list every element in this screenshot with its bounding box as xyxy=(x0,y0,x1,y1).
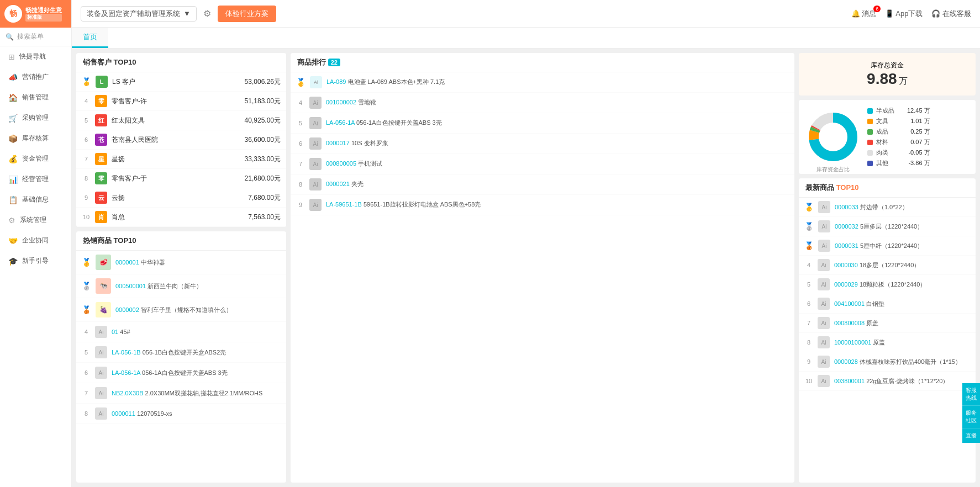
sidebar-item-finance[interactable]: 💰 资金管理 xyxy=(0,149,71,169)
left-column: 销售客户 TOP10 🥇 L LS 客户 53,006.26元 4 零 零售客户… xyxy=(76,53,286,483)
nav-tabs: 首页 xyxy=(72,28,980,49)
avatar: 苍 xyxy=(95,134,107,146)
app-download-link[interactable]: 📱 App下载 xyxy=(885,9,923,19)
bronze-medal-icon: 🥉 xyxy=(82,305,91,314)
list-item: 9 Ai LA-59651-1B 59651-1B旋转投影灯电池盒 ABS黑色+… xyxy=(291,195,794,215)
new-products-header: 最新商品 TOP10 xyxy=(799,178,976,198)
new-products-card: 最新商品 TOP10 🥇 Ai 0000033 封边带（1.0*22） 🥈 Ai xyxy=(799,178,976,483)
phone-icon: 📱 xyxy=(885,9,894,18)
list-item: 4 Ai 01 45# xyxy=(76,322,286,342)
experience-btn[interactable]: 体验行业方案 xyxy=(218,6,276,22)
legend-dot-finished xyxy=(867,129,873,135)
legend-item: 文具 1.01 万 xyxy=(867,117,930,125)
product-ranking-header: 商品排行 22 xyxy=(291,53,794,72)
avatar: Ai xyxy=(309,158,322,170)
customer-item: 4 零 零售客户-许 51,183.00元 xyxy=(76,92,286,111)
topbar: 装备及固定资产辅助管理系统 ▼ ⚙ 体验行业方案 🔔 6 消息 📱 App下载 … xyxy=(72,0,980,28)
customer-top10-card: 销售客户 TOP10 🥇 L LS 客户 53,006.26元 4 零 零售客户… xyxy=(76,53,286,227)
purchase-icon: 🛒 xyxy=(8,114,18,123)
customer-item: 9 云 云扬 7,680.00元 xyxy=(76,188,286,208)
sidebar-item-newbie[interactable]: 🎓 新手引导 xyxy=(0,251,71,271)
service-community-btn[interactable]: 服务社区 xyxy=(962,406,980,428)
inventory-amount: 9.88 万 xyxy=(808,70,967,88)
avatar: Ai xyxy=(818,336,830,348)
sidebar-item-purchase[interactable]: 🛒 采购管理 xyxy=(0,108,71,128)
customer-item: 🥇 L LS 客户 53,006.26元 xyxy=(76,72,286,92)
list-item: 🥇 Ai 0000033 封边带（1.0*22） xyxy=(799,198,976,217)
list-item: 5 Ai LA-056-1A 056-1A白色按键开关盖ABS 3壳 xyxy=(291,113,794,134)
list-item: 5 Ai 0000029 18颗粒板（1220*2440） xyxy=(799,275,976,294)
avatar: Ai xyxy=(818,375,830,387)
customer-service-btn[interactable]: 客服热线 xyxy=(962,383,980,406)
sidebar-item-management[interactable]: 📊 经营管理 xyxy=(0,169,71,189)
avatar: Ai xyxy=(818,259,830,271)
product-thumbnail: 🍇 xyxy=(96,302,111,317)
avatar: 零 xyxy=(95,95,107,107)
content-area: 销售客户 TOP10 🥇 L LS 客户 53,006.26元 4 零 零售客户… xyxy=(72,49,980,487)
avatar: Ai xyxy=(309,117,322,129)
list-item: 🥉 🍇 0000002 智利车子里（规格不知道填什么） xyxy=(76,298,286,322)
marketing-icon: 📣 xyxy=(8,73,18,82)
search-menu[interactable]: 🔍 搜索菜单 xyxy=(0,28,71,46)
finance-icon: 💰 xyxy=(8,155,18,163)
gold-medal-icon: 🥇 xyxy=(804,203,814,211)
avatar: Ai xyxy=(95,346,107,358)
bronze-medal-icon: 🥉 xyxy=(804,241,814,250)
avatar: Ai xyxy=(309,199,322,211)
home-icon: ⊞ xyxy=(8,52,15,61)
management-icon: 📊 xyxy=(8,175,18,184)
inventory-chart-card: 库存资金占比 半成品 12.45 万 文具 1.01 万 xyxy=(799,100,976,174)
avatar: Ai xyxy=(818,298,830,310)
sidebar-item-marketing[interactable]: 📣 营销推广 xyxy=(0,67,71,87)
sidebar-item-enterprise[interactable]: 🤝 企业协同 xyxy=(0,230,71,251)
list-item: 🥇 Ai LA-089 电池盖 LA-089 ABS本色+黑种 7.1克 xyxy=(291,72,794,93)
sidebar-item-system[interactable]: ⚙ 系统管理 xyxy=(0,210,71,230)
list-item: 7 Ai 000800008 原盖 xyxy=(799,314,976,333)
gold-medal-icon: 🥇 xyxy=(296,78,305,87)
enterprise-icon: 🤝 xyxy=(8,236,18,245)
customer-item: 7 星 星扬 33,333.00元 xyxy=(76,150,286,169)
list-item: 🥈 🐄 000500001 新西兰牛肉（新牛） xyxy=(76,274,286,298)
system-icon: ⚙ xyxy=(8,216,15,225)
list-item: 10 Ai 003800001 22g鱼豆腐-烧烤味（1*12*20） xyxy=(799,372,976,391)
system-selector[interactable]: 装备及固定资产辅助管理系统 ▼ xyxy=(81,6,197,22)
chevron-down-icon: ▼ xyxy=(183,9,191,18)
avatar: Ai xyxy=(818,240,830,252)
info-icon: 📋 xyxy=(8,195,18,204)
settings-icon[interactable]: ⚙ xyxy=(203,8,211,19)
legend-item: 其他 -3.86 万 xyxy=(867,159,930,167)
legend-item: 成品 0.25 万 xyxy=(867,128,930,136)
search-icon: 🔍 xyxy=(6,33,14,41)
legend-item: 材料 0.07 万 xyxy=(867,138,930,146)
avatar: Ai xyxy=(818,201,830,213)
avatar: Ai xyxy=(95,387,107,399)
hot-products-list: 🥇 🥩 0000001 中华神器 🥈 🐄 000500001 新西兰牛肉（新牛） xyxy=(76,251,286,427)
live-stream-btn[interactable]: 直播 xyxy=(962,428,980,443)
main-area: 装备及固定资产辅助管理系统 ▼ ⚙ 体验行业方案 🔔 6 消息 📱 App下载 … xyxy=(72,0,980,487)
legend-dot-other xyxy=(867,161,873,166)
online-service-link[interactable]: 🎧 在线客服 xyxy=(931,9,971,19)
tab-home[interactable]: 首页 xyxy=(72,28,108,48)
avatar: 零 xyxy=(95,172,107,184)
customer-list: 🥇 L LS 客户 53,006.26元 4 零 零售客户-许 51,183.0… xyxy=(76,72,286,227)
gold-medal-icon: 🥇 xyxy=(82,77,91,86)
float-buttons: 客服热线 服务社区 直播 xyxy=(962,383,980,443)
notification-bell[interactable]: 🔔 6 消息 xyxy=(851,9,877,19)
legend-item: 半成品 12.45 万 xyxy=(867,107,930,115)
avatar: 星 xyxy=(95,153,107,165)
customer-item: 8 零 零售客户-于 21,680.00元 xyxy=(76,169,286,188)
donut-chart: 库存资金占比 xyxy=(805,109,861,165)
sidebar-item-quick-nav[interactable]: ⊞ 快捷导航 xyxy=(0,46,71,67)
list-item: 5 Ai LA-056-1B 056-1B白色按键开关盒ABS2壳 xyxy=(76,342,286,363)
logo-text: 畅捷通好生意 标准版 xyxy=(25,6,62,22)
list-item: 7 Ai NB2.0X30B 2.0X30MM双搓花轴,搓花直径2.1MM/RO… xyxy=(76,383,286,404)
sidebar-item-sales[interactable]: 🏠 销售管理 xyxy=(0,87,71,108)
legend-item: 肉类 -0.05 万 xyxy=(867,149,930,157)
avatar: Ai xyxy=(95,367,107,379)
inventory-icon: 📦 xyxy=(8,134,18,143)
list-item: 8 Ai 0000011 12070519-xs xyxy=(76,404,286,424)
sidebar-item-inventory[interactable]: 📦 库存核算 xyxy=(0,128,71,149)
avatar: Ai xyxy=(309,97,322,109)
avatar: Ai xyxy=(309,137,322,150)
sidebar-item-basic-info[interactable]: 📋 基础信息 xyxy=(0,189,71,210)
